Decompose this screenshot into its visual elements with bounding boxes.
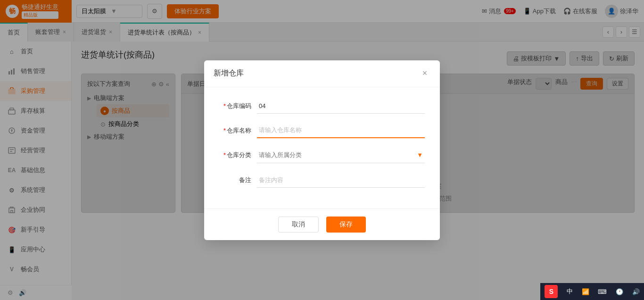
dialog-close-button[interactable]: × xyxy=(419,68,430,79)
note-input[interactable] xyxy=(257,173,425,188)
new-warehouse-dialog: 新增仓库 × 仓库编码 仓库名称 仓库分类 xyxy=(204,60,440,240)
wifi-icon: 📶 xyxy=(582,288,589,295)
save-button[interactable]: 保存 xyxy=(326,217,366,233)
name-label: 仓库名称 xyxy=(219,126,257,135)
note-label: 备注 xyxy=(219,176,257,184)
cancel-button[interactable]: 取消 xyxy=(278,217,319,233)
main-layout: ⌂ 首页 销售管理 采购管理 库存核算 资金管理 xyxy=(0,42,644,300)
form-row-note: 备注 xyxy=(219,173,425,188)
dialog-title: 新增仓库 xyxy=(214,68,244,78)
dialog-footer: 取消 保存 xyxy=(204,208,440,240)
bottom-bar: S 中 📶 ⌨ 🕐 🔊 xyxy=(540,283,644,300)
modal-overlay: 新增仓库 × 仓库编码 仓库名称 仓库分类 xyxy=(72,42,644,300)
code-input[interactable] xyxy=(257,99,425,114)
dialog-body: 仓库编码 仓库名称 仓库分类 ▼ xyxy=(204,87,440,208)
name-input[interactable] xyxy=(257,123,425,138)
keyboard-icon: ⌨ xyxy=(598,288,607,295)
clock-icon: 🕐 xyxy=(616,288,623,295)
category-label: 仓库分类 xyxy=(219,151,257,159)
code-label: 仓库编码 xyxy=(219,102,257,110)
content-area: 进货单统计(按商品) 🖨 按模板打印 ▼ ↑ 导出 ↻ 刷新 xyxy=(72,42,644,300)
form-row-name: 仓库名称 xyxy=(219,123,425,138)
form-row-code: 仓库编码 xyxy=(219,99,425,114)
chinese-char-zhong: 中 xyxy=(567,287,573,296)
form-row-category: 仓库分类 ▼ xyxy=(219,148,425,163)
dialog-header: 新增仓库 × xyxy=(204,60,440,87)
s-logo: S xyxy=(545,285,558,298)
volume-icon-bottom: 🔊 xyxy=(632,288,640,295)
category-input[interactable] xyxy=(257,148,426,163)
